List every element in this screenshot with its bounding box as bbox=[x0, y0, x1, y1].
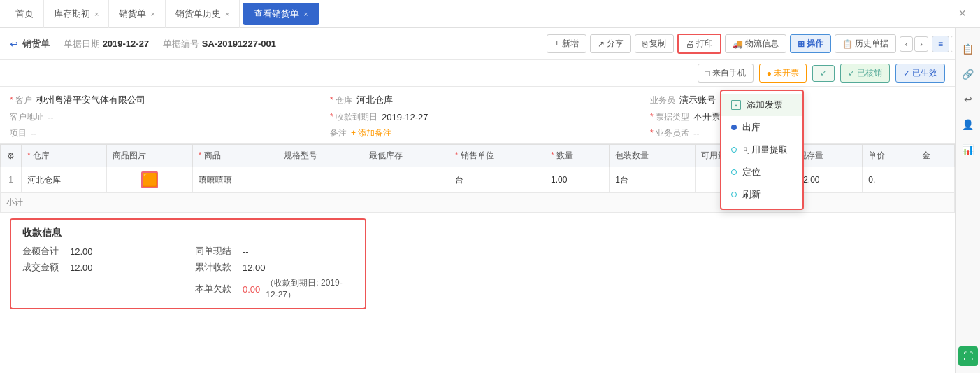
project-field: 项目 -- bbox=[10, 127, 330, 139]
effective-btn[interactable]: ✓ 已生效 bbox=[895, 64, 945, 83]
ticket-type-value: 不开票 bbox=[693, 111, 721, 123]
print-button-wrapper: 🖨 打印 bbox=[677, 34, 721, 54]
payment-due: 本单欠款 0.00 （收款到期日: 2019-12-27） bbox=[195, 277, 354, 301]
address-value: -- bbox=[48, 112, 54, 122]
share-button[interactable]: ↗ 分享 bbox=[590, 34, 631, 53]
sidebar-expand-btn[interactable]: ⛶ bbox=[958, 346, 978, 366]
row-sales-unit: 台 bbox=[449, 167, 545, 193]
doc-header: ↩ 销货单 单据日期 2019-12-27 单据编号 SA-20191227-0… bbox=[0, 28, 980, 60]
sidebar-icon-4[interactable]: 👤 bbox=[958, 115, 978, 134]
row-product: 嘻嘻嘻嘻 bbox=[192, 167, 278, 193]
payment-info-box: 收款信息 金额合计 12.00 同单现结 -- 成交金额 12.00 累计收款 … bbox=[10, 218, 366, 309]
data-table: ⚙ * 仓库 商品图片 * 商品 规格型号 最低库存 * 销售单位 * 数量 包… bbox=[0, 144, 955, 213]
col-unit-price: 单价 bbox=[863, 145, 916, 167]
cumulative-value: 12.00 bbox=[243, 262, 266, 273]
salesperson-label: * 业务员孟 bbox=[650, 127, 689, 139]
sidebar-icon-2[interactable]: 🔗 bbox=[958, 64, 978, 84]
tab-close-view[interactable]: × bbox=[303, 10, 308, 18]
global-close[interactable]: × bbox=[950, 6, 974, 21]
due-label: 本单欠款 bbox=[195, 283, 237, 295]
confirm-btn[interactable]: ✓ bbox=[812, 65, 835, 82]
same-order-label: 同单现结 bbox=[195, 245, 237, 258]
same-order-value: -- bbox=[243, 246, 249, 257]
dropdown-refresh[interactable]: 刷新 bbox=[721, 183, 802, 206]
sidebar-icon-3[interactable]: ↩ bbox=[958, 90, 978, 109]
row-spec bbox=[278, 167, 363, 193]
remark-label: 备注 bbox=[330, 127, 347, 139]
salesperson-field: * 业务员孟 -- bbox=[650, 127, 970, 139]
subtotal-row: 小计 bbox=[1, 193, 955, 213]
project-label: 项目 bbox=[10, 127, 27, 139]
tab-close-history[interactable]: × bbox=[225, 10, 229, 18]
payment-cumulative: 累计收款 12.00 bbox=[195, 261, 354, 274]
not-open-btn[interactable]: ● 未开票 bbox=[759, 64, 807, 83]
payment-same-order: 同单现结 -- bbox=[195, 245, 354, 258]
cancelled-btn[interactable]: ✓ 已核销 bbox=[840, 64, 890, 83]
due-note: （收款到期日: 2019-12-27） bbox=[266, 277, 354, 301]
col-amount: 金 bbox=[916, 145, 955, 167]
new-button[interactable]: + 新增 bbox=[547, 34, 586, 53]
transaction-value: 12.00 bbox=[70, 262, 93, 273]
staff-field: 业务员 演示账号 bbox=[650, 94, 970, 106]
transaction-label: 成交金额 bbox=[22, 261, 64, 274]
sidebar-icon-1[interactable]: 📋 bbox=[958, 39, 978, 59]
tab-sales-history[interactable]: 销货单历史 × bbox=[166, 0, 240, 28]
tab-view-sales[interactable]: 查看销货单 × bbox=[243, 3, 319, 25]
staff-label: 业务员 bbox=[650, 94, 675, 106]
tab-close-sales[interactable]: × bbox=[150, 10, 154, 18]
payment-title: 收款信息 bbox=[22, 227, 354, 239]
col-min-stock: 最低库存 bbox=[363, 145, 449, 167]
doc-meta: 单据日期 2019-12-27 单据编号 SA-20191227-001 bbox=[64, 38, 276, 50]
total-value: 12.00 bbox=[70, 246, 93, 257]
table-row: 1 河北仓库 🟧 嘻嘻嘻嘻 台 1.00 1台 12.00 0. bbox=[1, 167, 955, 193]
col-warehouse: * 仓库 bbox=[22, 145, 107, 167]
address-field: 客户地址 -- bbox=[10, 111, 330, 123]
list-view-btn[interactable]: ≡ bbox=[932, 36, 949, 52]
salesperson-value: -- bbox=[693, 128, 700, 139]
project-value: -- bbox=[31, 128, 37, 139]
col-settings: ⚙ bbox=[1, 145, 22, 167]
history-button[interactable]: 📋 历史单据 bbox=[835, 34, 896, 53]
tab-home[interactable]: 首页 bbox=[6, 0, 44, 28]
dropdown-available-qty[interactable]: 可用量提取 bbox=[721, 139, 802, 161]
staff-value: 演示账号 bbox=[679, 94, 716, 106]
next-arrow[interactable]: › bbox=[914, 36, 928, 52]
ticket-type-label: * 票据类型 bbox=[650, 111, 689, 123]
row-num: 1 bbox=[1, 167, 22, 193]
customer-field: * 客户 柳州粤港平安气体有限公司 bbox=[10, 94, 330, 106]
operate-button[interactable]: ⊞ 操作 bbox=[790, 34, 831, 53]
row-unit-price: 0. bbox=[863, 167, 916, 193]
dropdown-add-invoice[interactable]: ▪ 添加发票 bbox=[721, 94, 802, 116]
doc-actions: + 新增 ↗ 分享 ⎘ 复制 🖨 打印 🚚 物流信息 ⊞ bbox=[547, 34, 970, 54]
tab-sales-order[interactable]: 销货单 × bbox=[109, 0, 165, 28]
invoice-icon: ▪ bbox=[731, 100, 741, 110]
col-sales-unit: * 销售单位 bbox=[449, 145, 545, 167]
dropdown-out-warehouse[interactable]: 出库 bbox=[721, 116, 802, 139]
print-button[interactable]: 🖨 打印 bbox=[679, 35, 720, 52]
locate-icon bbox=[731, 169, 737, 175]
copy-button[interactable]: ⎘ 复制 bbox=[635, 34, 674, 53]
sub-actions-row: □ 来自手机 ● 未开票 ✓ ✓ 已核销 ✓ 已生效 bbox=[0, 60, 980, 87]
dropdown-locate[interactable]: 定位 bbox=[721, 161, 802, 183]
remark-field: 备注 + 添加备注 bbox=[330, 127, 650, 139]
col-pack-qty: 包装数量 bbox=[610, 145, 695, 167]
form-section: * 客户 柳州粤港平安气体有限公司 * 仓库 河北仓库 业务员 演示账号 客户地… bbox=[0, 87, 980, 144]
col-spec: 规格型号 bbox=[278, 145, 363, 167]
nav-arrows: ‹ › bbox=[900, 36, 928, 52]
prev-arrow[interactable]: ‹ bbox=[900, 36, 914, 52]
payment-total: 金额合计 12.00 bbox=[22, 245, 181, 258]
sidebar-icon-5[interactable]: 📊 bbox=[958, 140, 978, 160]
logistics-button[interactable]: 🚚 物流信息 bbox=[725, 34, 786, 53]
refresh-icon bbox=[731, 192, 737, 197]
from-phone-btn[interactable]: □ 来自手机 bbox=[698, 64, 754, 83]
payment-transaction: 成交金额 12.00 bbox=[22, 261, 181, 274]
add-remark-btn[interactable]: + 添加备注 bbox=[351, 127, 391, 139]
payment-date-field: * 收款到期日 2019-12-27 bbox=[330, 111, 650, 123]
row-amount bbox=[916, 167, 955, 193]
payment-date-label: * 收款到期日 bbox=[330, 111, 377, 123]
tab-close-inventory[interactable]: × bbox=[94, 10, 99, 18]
payment-date-value: 2019-12-27 bbox=[382, 112, 428, 122]
row-warehouse: 河北仓库 bbox=[22, 167, 107, 193]
out-warehouse-icon bbox=[731, 125, 737, 130]
tab-inventory-init[interactable]: 库存期初 × bbox=[44, 0, 109, 28]
